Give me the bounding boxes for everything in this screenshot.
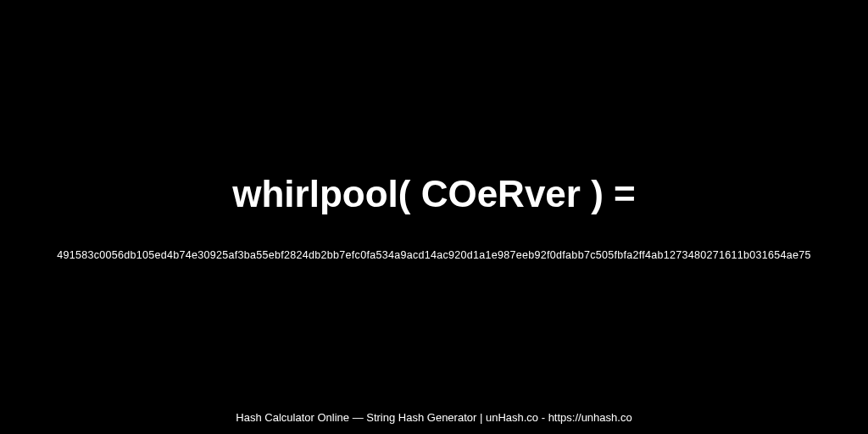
hash-expression: whirlpool( COeRver ) =: [232, 173, 636, 215]
footer-text: Hash Calculator Online — String Hash Gen…: [0, 411, 868, 424]
main-content: whirlpool( COeRver ) = 491583c0056db105e…: [0, 0, 868, 434]
hash-output: 491583c0056db105ed4b74e30925af3ba55ebf28…: [57, 249, 811, 261]
